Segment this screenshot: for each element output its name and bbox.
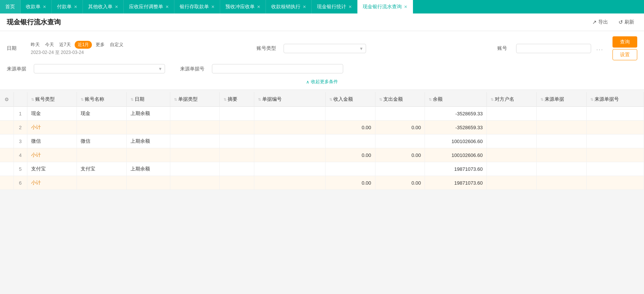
col-header-gear: ⚙ <box>0 92 14 107</box>
filter-area: 日期 昨天今天近7天近1月更多自定义 2023-02-24 至 2023-03-… <box>0 31 644 90</box>
source-doc-no-input[interactable] <box>212 64 343 73</box>
table-row: 4小计0.000.00100102606.60 <box>0 148 644 162</box>
source-doc-select[interactable]: ▾ <box>34 64 165 73</box>
nav-close-icon[interactable]: ✕ <box>115 4 118 9</box>
nav-close-icon[interactable]: ✕ <box>74 4 77 9</box>
more-dots[interactable]: ... <box>595 45 605 52</box>
cell-income <box>325 107 375 121</box>
cell-balance: -3528659.33 <box>425 121 487 134</box>
cell-source-doc-no <box>586 162 644 176</box>
date-label: 日期 <box>7 45 22 52</box>
col-header-source_doc_no[interactable]: ⇅来源单据号 <box>586 92 644 107</box>
nav-item-cash-flow[interactable]: 现金银行流水查询✕ <box>357 0 413 13</box>
col-header-account_type[interactable]: ⇅账号类型 <box>27 92 77 107</box>
date-btn-近1月[interactable]: 近1月 <box>75 41 92 49</box>
page-header: 现金银行流水查询 ↗ 导出 ↺ 刷新 <box>0 13 644 31</box>
page-title: 现金银行流水查询 <box>7 18 61 27</box>
nav-close-icon[interactable]: ✕ <box>404 4 407 9</box>
collapse-bar[interactable]: ∧ 收起更多条件 <box>7 77 637 87</box>
nav-item-verify[interactable]: 收款核销执行✕ <box>266 0 312 13</box>
date-btn-近7天[interactable]: 近7天 <box>58 41 72 49</box>
cell-source-doc-no <box>586 121 644 134</box>
date-btn-今天[interactable]: 今天 <box>44 41 56 49</box>
date-shortcuts: 昨天今天近7天近1月更多自定义 <box>29 41 125 49</box>
cell-account-type: 小计 <box>27 148 77 162</box>
table-header-row: ⚙⇅账号类型⇅账号名称⇅日期⇅单据类型⇅摘要⇅单据编号⇅收入金额⇅支出金额⇅余额… <box>0 92 644 107</box>
col-header-income[interactable]: ⇅收入金额 <box>325 92 375 107</box>
date-btn-自定义[interactable]: 自定义 <box>108 41 125 49</box>
nav-close-icon[interactable]: ✕ <box>165 4 169 9</box>
col-header-counterpart[interactable]: ⇅对方户名 <box>486 92 536 107</box>
cell-summary <box>220 176 254 190</box>
row-gear-cell <box>0 176 14 190</box>
cell-date <box>127 148 170 162</box>
cell-account-name <box>77 121 127 134</box>
nav-close-icon[interactable]: ✕ <box>348 4 352 9</box>
gear-icon[interactable]: ⚙ <box>4 97 10 102</box>
source-doc-label: 来源单据 <box>7 66 26 72</box>
nav-item-other-income[interactable]: 其他收入单✕ <box>83 0 124 13</box>
nav-label: 银行存取款单 <box>180 3 209 10</box>
cell-source-doc-no <box>586 134 644 148</box>
cell-income: 0.00 <box>325 148 375 162</box>
cell-source-doc-no <box>586 107 644 121</box>
cell-date <box>127 121 170 134</box>
date-btn-更多[interactable]: 更多 <box>94 41 106 49</box>
refresh-button[interactable]: ↺ 刷新 <box>615 17 637 27</box>
sort-icon: ⇅ <box>81 97 84 101</box>
nav-item-adjustment[interactable]: 应收应付调整单✕ <box>124 0 174 13</box>
col-header-source_doc[interactable]: ⇅来源单据 <box>536 92 586 107</box>
row-number: 6 <box>14 176 27 190</box>
cell-doc-type <box>170 134 220 148</box>
query-button[interactable]: 查询 <box>612 36 637 48</box>
settings-button[interactable]: 设置 <box>612 49 637 60</box>
row-gear-cell <box>0 148 14 162</box>
nav-item-cash-stat[interactable]: 现金银行统计✕ <box>312 0 357 13</box>
cell-counterpart <box>486 162 536 176</box>
nav-item-pre-receipt[interactable]: 预收冲应收单✕ <box>220 0 266 13</box>
cell-doc-type <box>170 148 220 162</box>
col-header-doc_type[interactable]: ⇅单据类型 <box>170 92 220 107</box>
cell-source-doc <box>536 148 586 162</box>
col-header-date[interactable]: ⇅日期 <box>127 92 170 107</box>
nav-close-icon[interactable]: ✕ <box>211 4 215 9</box>
nav-item-payment[interactable]: 付款单✕ <box>52 0 83 13</box>
cell-counterpart <box>486 148 536 162</box>
cell-account-name: 支付宝 <box>77 162 127 176</box>
col-header-account_name[interactable]: ⇅账号名称 <box>77 92 127 107</box>
export-button[interactable]: ↗ 导出 <box>589 17 611 27</box>
nav-item-bank-deposit[interactable]: 银行存取款单✕ <box>174 0 220 13</box>
nav-label: 首页 <box>5 3 15 10</box>
account-input[interactable] <box>516 44 591 53</box>
nav-item-receipt[interactable]: 收款单✕ <box>21 0 52 13</box>
cell-income <box>325 162 375 176</box>
row-number: 3 <box>14 134 27 148</box>
nav-close-icon[interactable]: ✕ <box>303 4 306 9</box>
cell-balance: 19871073.60 <box>425 162 487 176</box>
nav-item-home[interactable]: 首页 <box>0 0 21 13</box>
cell-doc-type <box>170 121 220 134</box>
cell-date: 上期余额 <box>127 134 170 148</box>
nav-close-icon[interactable]: ✕ <box>257 4 260 9</box>
table-row: 5支付宝支付宝上期余额19871073.60 <box>0 162 644 176</box>
header-actions: ↗ 导出 ↺ 刷新 <box>589 17 637 27</box>
cell-doc-no <box>254 121 325 134</box>
row-number: 5 <box>14 162 27 176</box>
account-type-select[interactable]: ▾ <box>284 44 366 53</box>
nav-close-icon[interactable]: ✕ <box>43 4 46 9</box>
cell-doc-no <box>254 134 325 148</box>
sort-icon: ⇅ <box>491 97 494 101</box>
cell-source-doc <box>536 162 586 176</box>
col-header-summary[interactable]: ⇅摘要 <box>220 92 254 107</box>
nav-label: 其他收入单 <box>88 3 113 10</box>
col-header-doc_no[interactable]: ⇅单据编号 <box>254 92 325 107</box>
table-row: 6小计0.000.0019871073.60 <box>0 176 644 190</box>
date-btn-昨天[interactable]: 昨天 <box>29 41 41 49</box>
sort-icon: ⇅ <box>379 97 382 101</box>
cell-account-type: 支付宝 <box>27 162 77 176</box>
cell-balance: 100102606.60 <box>425 148 487 162</box>
col-header-balance[interactable]: ⇅余额 <box>425 92 487 107</box>
col-header-expense[interactable]: ⇅支出金额 <box>375 92 425 107</box>
table-row: 2小计0.000.00-3528659.33 <box>0 121 644 134</box>
cell-source-doc <box>536 176 586 190</box>
